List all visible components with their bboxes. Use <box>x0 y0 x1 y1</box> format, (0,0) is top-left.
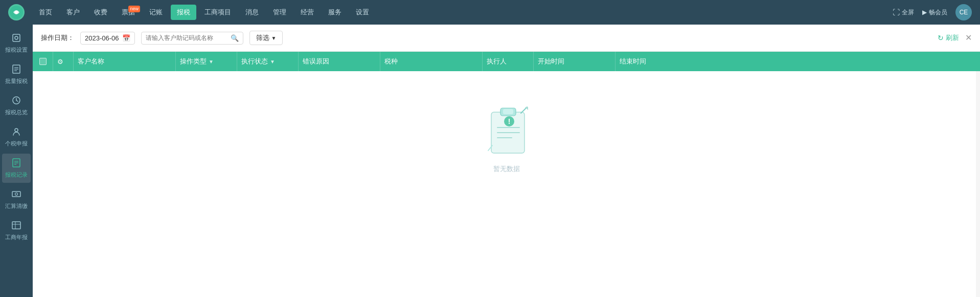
sidebar-item-annual-report[interactable]: 工商年报 <box>2 216 31 245</box>
top-nav-right: ⛶ 全屏 ▶ 畅会员 CE <box>893 4 972 20</box>
sidebar-item-tax-settings[interactable]: 报税设置 <box>2 29 31 58</box>
sidebar-item-tax-overview[interactable]: 报税总览 <box>2 91 31 120</box>
toolbar: 操作日期： 2023-06-06 📅 🔍 筛选 ▼ ↻ 刷新 ✕ <box>33 25 980 52</box>
refresh-icon: ↻ <box>938 34 944 42</box>
svg-point-3 <box>15 36 18 39</box>
sort-icon-exec-status: ▼ <box>270 59 275 65</box>
nav-message[interactable]: 消息 <box>239 5 265 20</box>
nav-service[interactable]: 服务 <box>322 5 348 20</box>
fullscreen-btn[interactable]: ⛶ 全屏 <box>893 8 914 17</box>
select-all-checkbox[interactable] <box>39 58 47 65</box>
chevron-down-icon: ▼ <box>271 35 277 41</box>
th-client-name: 客户名称 <box>74 52 176 71</box>
refresh-button[interactable]: ↻ 刷新 <box>938 33 959 43</box>
nav-fee[interactable]: 收费 <box>88 5 113 20</box>
sidebar-item-individual-tax[interactable]: 个税申报 <box>2 122 31 152</box>
settings-icon: ⚙ <box>57 58 63 66</box>
sidebar: 报税设置 批量报税 报税总览 <box>0 25 33 297</box>
nav-invoice[interactable]: 票据 new <box>116 5 141 20</box>
svg-rect-16 <box>12 222 20 229</box>
svg-text:!: ! <box>508 117 510 125</box>
nav-commerce[interactable]: 工商项目 <box>198 5 237 20</box>
tax-settings-icon <box>11 33 21 45</box>
toolbar-right: ↻ 刷新 ✕ <box>938 33 972 43</box>
empty-state: ! 暂无数据 <box>33 71 980 204</box>
svg-point-1 <box>15 11 18 14</box>
filter-button[interactable]: 筛选 ▼ <box>249 31 283 45</box>
fullscreen-icon: ⛶ <box>893 8 900 16</box>
th-checkbox[interactable] <box>33 52 53 71</box>
nav-tax[interactable]: 报税 <box>171 5 196 20</box>
calendar-icon: 📅 <box>122 34 130 42</box>
main-layout: 报税设置 批量报税 报税总览 <box>0 25 980 297</box>
nav-bookkeeping[interactable]: 记账 <box>143 5 169 20</box>
tax-record-icon <box>11 158 21 169</box>
nav-client[interactable]: 客户 <box>60 5 86 20</box>
empty-text: 暂无数据 <box>493 164 520 174</box>
tax-overview-icon <box>11 95 21 107</box>
svg-point-9 <box>15 129 18 132</box>
scroll-indicator <box>976 52 980 297</box>
search-input[interactable] <box>146 34 227 41</box>
date-picker[interactable]: 2023-06-06 📅 <box>80 32 135 45</box>
content-area: 操作日期： 2023-06-06 📅 🔍 筛选 ▼ ↻ 刷新 ✕ <box>33 25 980 297</box>
th-settings[interactable]: ⚙ <box>53 52 74 71</box>
empty-illustration: ! <box>481 102 532 158</box>
member-icon: ▶ <box>922 9 927 16</box>
th-end-time: 结束时间 <box>616 52 677 71</box>
member-btn[interactable]: ▶ 畅会员 <box>922 8 947 17</box>
th-start-time: 开始时间 <box>534 52 616 71</box>
nav-operation[interactable]: 经营 <box>294 5 320 20</box>
table-header: ⚙ 客户名称 操作类型 ▼ 执行状态 ▼ 错误原因 税种 <box>33 52 980 71</box>
date-label: 操作日期： <box>41 33 74 43</box>
svg-rect-2 <box>13 34 20 41</box>
svg-rect-14 <box>12 192 20 197</box>
nav-home[interactable]: 首页 <box>33 5 58 20</box>
app-logo[interactable] <box>8 4 25 20</box>
top-nav: 首页 客户 收费 票据 new 记账 报税 工商项目 消息 管理 经营 服务 设… <box>0 0 980 25</box>
avatar[interactable]: CE <box>955 4 972 20</box>
sidebar-item-settlement[interactable]: 汇算清缴 <box>2 185 31 214</box>
svg-rect-21 <box>503 109 513 114</box>
th-error-reason: 错误原因 <box>299 52 380 71</box>
nav-settings[interactable]: 设置 <box>350 5 375 20</box>
individual-tax-icon <box>11 126 21 138</box>
th-op-type[interactable]: 操作类型 ▼ <box>176 52 237 71</box>
sidebar-item-tax-record[interactable]: 报税记录 <box>2 154 31 183</box>
new-badge: new <box>128 6 140 12</box>
th-tax-type: 税种 <box>380 52 483 71</box>
annual-report-icon <box>11 220 21 232</box>
close-button[interactable]: ✕ <box>965 34 972 42</box>
svg-point-15 <box>15 193 18 196</box>
search-icon: 🔍 <box>231 34 239 42</box>
th-executor: 执行人 <box>483 52 534 71</box>
search-box[interactable]: 🔍 <box>141 32 243 45</box>
table-container: ⚙ 客户名称 操作类型 ▼ 执行状态 ▼ 错误原因 税种 <box>33 52 980 297</box>
sort-icon-op-type: ▼ <box>209 59 214 65</box>
settlement-icon <box>11 189 21 201</box>
nav-manage[interactable]: 管理 <box>267 5 292 20</box>
th-exec-status[interactable]: 执行状态 ▼ <box>237 52 299 71</box>
batch-tax-icon <box>11 64 21 76</box>
sidebar-item-batch-tax[interactable]: 批量报税 <box>2 60 31 89</box>
